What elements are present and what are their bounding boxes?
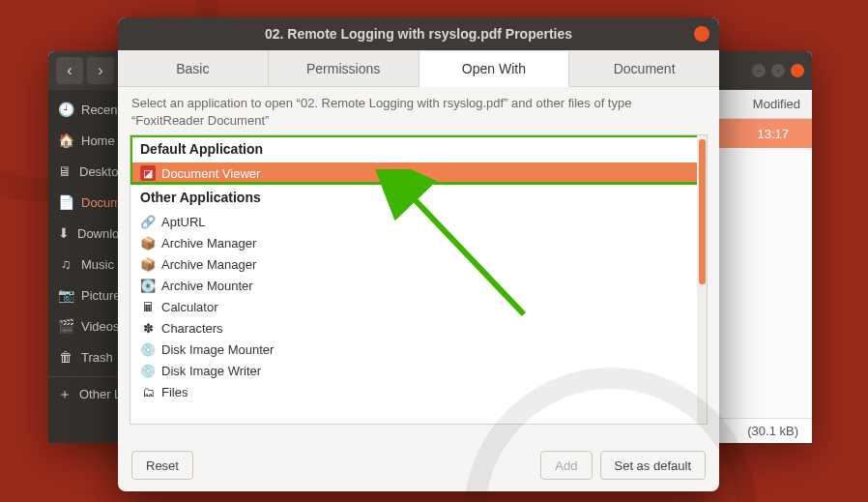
app-row-characters[interactable]: ✽Characters [130,317,707,339]
properties-dialog: 02. Remote Logging with rsyslog.pdf Prop… [118,17,719,491]
app-row-archive-manager-2[interactable]: 📦Archive Manager [130,253,707,275]
scrollbar-track[interactable] [697,135,707,424]
dialog-tabs: Basic Permissions Open With Document [118,50,719,87]
mounter-icon: 💽 [140,278,156,293]
archive-icon: 📦 [140,256,156,272]
download-icon: ⬇ [58,225,70,241]
section-default-application: Default Application [130,135,707,162]
set-as-default-button[interactable]: Set as default [600,451,707,480]
document-viewer-icon: ◪ [140,165,156,181]
dialog-description: Select an application to open “02. Remot… [118,87,719,134]
app-row-disk-image-mounter[interactable]: 💿Disk Image Mounter [130,339,707,360]
document-icon: 📄 [58,194,73,210]
home-icon: 🏠 [58,133,73,148]
section-other-applications: Other Applications [130,184,707,211]
nav-forward-button[interactable]: › [87,57,114,84]
tab-document[interactable]: Document [569,50,719,86]
app-row-archive-mounter[interactable]: 💽Archive Mounter [130,275,707,296]
music-icon: ♫ [58,256,73,272]
videos-icon: 🎬 [58,318,73,334]
scrollbar-thumb[interactable] [699,139,706,284]
pictures-icon: 📷 [58,287,73,303]
annotation-highlight: Default Application ◪ Document Viewer [130,135,707,184]
tab-open-with[interactable]: Open With [420,51,570,87]
tab-basic[interactable]: Basic [118,50,269,86]
trash-icon: 🗑 [58,349,73,365]
dialog-close-button[interactable] [694,26,709,42]
apturl-icon: 🔗 [140,214,156,229]
dialog-titlebar: 02. Remote Logging with rsyslog.pdf Prop… [118,17,719,50]
files-icon: 🗂 [140,384,156,399]
characters-icon: ✽ [140,320,156,336]
reset-button[interactable]: Reset [131,451,193,480]
window-maximize-button[interactable]: ▫ [771,64,785,77]
desktop-icon: 🖥 [58,163,72,179]
window-minimize-button[interactable]: – [752,64,766,77]
app-row-apturl[interactable]: 🔗AptURL [130,211,707,232]
dialog-footer: Reset Add Set as default [118,441,719,491]
archive-icon: 📦 [140,235,156,251]
dialog-title: 02. Remote Logging with rsyslog.pdf Prop… [265,26,572,42]
nav-back-button[interactable]: ‹ [56,57,83,84]
disk-icon: 💿 [140,341,156,357]
clock-icon: 🕘 [58,102,73,117]
app-row-files[interactable]: 🗂Files [130,381,707,402]
application-list: Default Application ◪ Document Viewer Ot… [130,134,708,425]
plus-icon: ＋ [58,387,72,402]
app-row-archive-manager[interactable]: 📦Archive Manager [130,232,707,253]
window-close-button[interactable] [791,64,804,77]
calculator-icon: 🖩 [140,299,156,314]
tab-permissions[interactable]: Permissions [269,50,420,86]
app-row-calculator[interactable]: 🖩Calculator [130,296,707,317]
disk-icon: 💿 [140,363,156,378]
add-button[interactable]: Add [540,451,592,480]
app-row-disk-image-writer[interactable]: 💿Disk Image Writer [130,360,707,381]
app-row-document-viewer[interactable]: ◪ Document Viewer [130,162,707,184]
